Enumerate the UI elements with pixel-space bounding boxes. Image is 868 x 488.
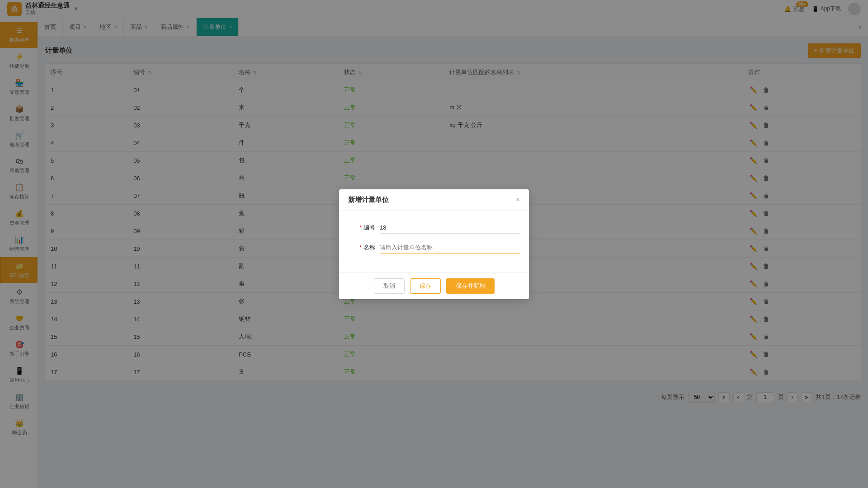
add-unit-modal: 新增计量单位 × * 编号 * 名称 取消 保存 保存并新增 <box>339 189 529 299</box>
modal-body: * 编号 * 名称 <box>339 211 529 272</box>
cancel-button[interactable]: 取消 <box>374 278 405 294</box>
save-button[interactable]: 保存 <box>410 278 441 294</box>
modal-header: 新增计量单位 × <box>339 189 529 211</box>
modal-close-btn[interactable]: × <box>516 196 520 204</box>
name-input[interactable] <box>380 242 520 253</box>
modal-footer: 取消 保存 保存并新增 <box>339 272 529 299</box>
code-required-star: * <box>359 224 362 231</box>
code-label: * 编号 <box>348 224 380 232</box>
name-form-row: * 名称 <box>348 242 520 253</box>
name-required-star: * <box>359 244 362 251</box>
code-input[interactable] <box>380 222 520 234</box>
modal-title: 新增计量单位 <box>348 196 389 204</box>
modal-overlay[interactable]: 新增计量单位 × * 编号 * 名称 取消 保存 保存并新增 <box>0 0 868 488</box>
save-and-new-button[interactable]: 保存并新增 <box>446 278 495 294</box>
code-form-row: * 编号 <box>348 222 520 234</box>
name-label: * 名称 <box>348 244 380 252</box>
